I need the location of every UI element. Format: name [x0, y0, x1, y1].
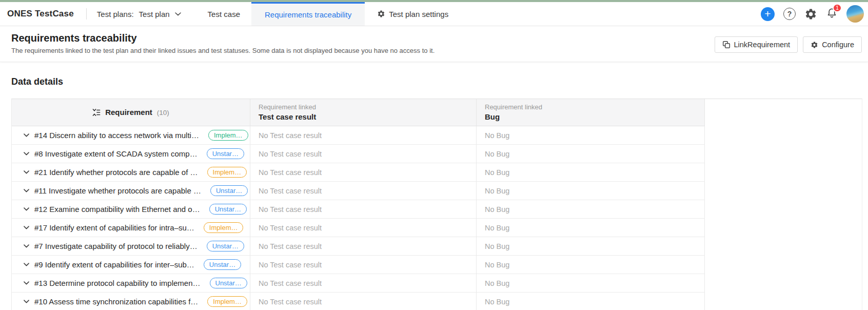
row-filler [705, 126, 862, 145]
table-row[interactable]: #7 Investigate capability of protocol to… [12, 237, 862, 256]
bug-cell: No Bug [477, 145, 705, 163]
bug-text: No Bug [485, 131, 509, 140]
bug-cell: No Bug [477, 293, 705, 310]
bug-cell: No Bug [477, 219, 705, 237]
table-row[interactable]: #11 Investigate whether protocols are ca… [12, 182, 862, 200]
tab-test-case-label: Test case [208, 10, 240, 18]
nav-divider [86, 8, 87, 20]
tab-requirements-traceability[interactable]: Requirements traceability [251, 2, 365, 26]
table-row[interactable]: #14 Discern ability to access network vi… [12, 126, 862, 145]
requirement-title: #21 Identify whether protocols are capab… [34, 168, 198, 177]
table-row[interactable]: #13 Determine protocol capability to imp… [12, 274, 862, 293]
test-case-result-cell: No Test case result [250, 182, 477, 200]
test-case-result-text: No Test case result [259, 205, 322, 214]
expand-chevron-icon[interactable] [24, 300, 29, 303]
status-badge: Unstar… [204, 259, 241, 270]
table-body: #14 Discern ability to access network vi… [12, 126, 862, 310]
page-header: Requirements traceability The requiremen… [0, 26, 868, 62]
table-row[interactable]: #10 Assess time synchronization capabili… [12, 293, 862, 310]
column-title: Test case result [259, 112, 468, 122]
test-case-result-cell: No Test case result [250, 237, 477, 256]
configure-label: Configure [822, 41, 854, 49]
expand-chevron-icon[interactable] [24, 133, 29, 137]
settings-button[interactable] [804, 8, 817, 21]
expand-chevron-icon[interactable] [24, 170, 29, 174]
test-case-result-text: No Test case result [259, 150, 322, 158]
table-row[interactable]: #8 Investigate extent of SCADA system co… [12, 145, 862, 163]
expand-chevron-icon[interactable] [24, 152, 29, 156]
status-badge: Implem… [207, 296, 247, 307]
collapse-all-icon[interactable] [92, 108, 101, 117]
test-plan-selector[interactable]: Test plans: Test plan [97, 2, 181, 26]
chevron-down-icon [175, 12, 181, 16]
link-requirement-icon [722, 41, 731, 49]
requirement-count: (10) [157, 109, 169, 117]
row-filler [705, 274, 862, 293]
link-requirement-label: LinkRequirement [734, 41, 791, 49]
row-filler [705, 163, 862, 182]
status-badge: Implem… [204, 222, 244, 233]
row-filler [705, 145, 862, 163]
expand-chevron-icon[interactable] [24, 189, 29, 192]
requirement-cell: #7 Investigate capability of protocol to… [12, 237, 250, 256]
table-row[interactable]: #12 Examine compatibility with Ethernet … [12, 200, 862, 219]
link-requirement-button[interactable]: LinkRequirement [715, 36, 798, 53]
row-filler [705, 237, 862, 256]
bug-cell: No Bug [477, 274, 705, 293]
bug-text: No Bug [485, 261, 509, 269]
expand-chevron-icon[interactable] [24, 281, 29, 285]
requirement-title: #9 Identify extent of capabilities for i… [34, 260, 194, 269]
status-badge: Implem… [207, 167, 247, 178]
bug-cell: No Bug [477, 182, 705, 200]
main-content: Data details Requirement (10) Requiremen… [0, 62, 868, 310]
test-case-result-cell: No Test case result [250, 219, 477, 237]
test-case-result-cell: No Test case result [250, 163, 477, 182]
requirement-title: #14 Discern ability to access network vi… [34, 131, 199, 140]
expand-chevron-icon[interactable] [24, 207, 29, 211]
row-filler [705, 293, 862, 310]
expand-chevron-icon[interactable] [24, 226, 29, 229]
test-plan-value: Test plan [139, 10, 170, 18]
column-header-bug: Requirement linked Bug [477, 99, 705, 126]
test-case-result-text: No Test case result [259, 242, 322, 250]
section-title: Data details [11, 76, 862, 87]
create-plus-button[interactable]: + [761, 7, 775, 21]
bug-text: No Bug [485, 187, 509, 195]
user-avatar[interactable] [846, 5, 864, 23]
table-row[interactable]: #17 Identify extent of capabilities for … [12, 219, 862, 237]
row-filler [705, 182, 862, 200]
configure-button[interactable]: Configure [803, 36, 862, 53]
status-badge: Unstar… [210, 185, 248, 196]
column-header-requirement: Requirement (10) [12, 99, 250, 126]
topbar-icon-group: + ? 1 [761, 2, 868, 26]
row-filler [705, 219, 862, 237]
requirement-cell: #12 Examine compatibility with Ethernet … [12, 200, 250, 219]
notifications-button[interactable]: 1 [826, 7, 838, 21]
bug-text: No Bug [485, 168, 509, 177]
bug-text: No Bug [485, 224, 509, 232]
test-case-result-cell: No Test case result [250, 200, 477, 219]
requirement-title: #11 Investigate whether protocols are ca… [34, 186, 201, 195]
tab-test-case[interactable]: Test case [208, 2, 240, 26]
table-row[interactable]: #21 Identify whether protocols are capab… [12, 163, 862, 182]
test-case-result-cell: No Test case result [250, 256, 477, 274]
test-case-result-text: No Test case result [259, 168, 322, 177]
table-row[interactable]: #9 Identify extent of capabilities for i… [12, 256, 862, 274]
test-case-result-text: No Test case result [259, 224, 322, 232]
expand-chevron-icon[interactable] [24, 244, 29, 248]
help-button[interactable]: ? [783, 8, 796, 20]
requirement-cell: #21 Identify whether protocols are capab… [12, 163, 250, 182]
test-case-result-cell: No Test case result [250, 145, 477, 163]
app-logo: ONES TestCase [7, 2, 74, 26]
plus-icon: + [764, 8, 771, 19]
bug-cell: No Bug [477, 126, 705, 145]
requirement-title: #10 Assess time synchronization capabili… [34, 297, 198, 306]
requirement-cell: #9 Identify extent of capabilities for i… [12, 256, 250, 274]
status-badge: Unstar… [207, 241, 244, 251]
expand-chevron-icon[interactable] [24, 263, 29, 266]
requirement-cell: #8 Investigate extent of SCADA system co… [12, 145, 250, 163]
requirement-title: #13 Determine protocol capability to imp… [34, 279, 201, 287]
top-navigation-bar: ONES TestCase Test plans: Test plan Test… [0, 2, 868, 26]
requirements-table: Requirement (10) Requirement linked Test… [11, 99, 862, 310]
tab-test-plan-settings[interactable]: Test plan settings [372, 2, 453, 26]
